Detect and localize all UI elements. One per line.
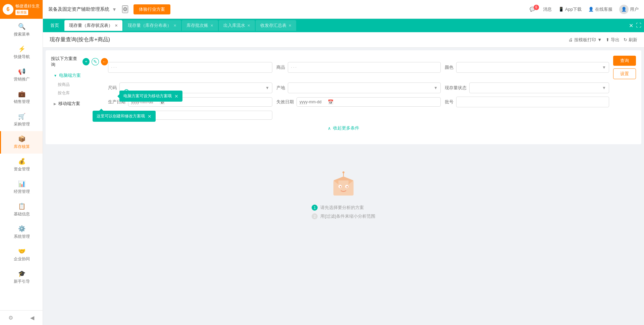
sidebar-item-system[interactable]: ⚙️ 系统管理 <box>0 221 43 243</box>
tab-home-label: 首页 <box>50 22 59 29</box>
svg-point-3 <box>340 186 341 187</box>
marketing-icon: 📢 <box>18 68 25 75</box>
message-btn[interactable]: 💬 6 消息 <box>530 6 552 12</box>
settings-bottom-btn[interactable]: ⚙ <box>7 313 14 322</box>
tab-inventory-dist[interactable]: 现存量（库存分布表） ✕ <box>123 20 181 31</box>
refresh-label: 刷新 <box>629 37 637 43</box>
edit-scheme-btn[interactable]: ✎ <box>92 58 99 65</box>
user-avatar: 👤 <box>619 5 629 14</box>
sidebar-bottom: ⚙ ◀ <box>0 310 43 325</box>
tab-close-all-icon[interactable]: ✕ <box>629 22 633 29</box>
sidebar-item-enterprise[interactable]: 🤝 企业协同 <box>0 243 43 266</box>
settings-button[interactable]: ⚙ <box>122 5 128 13</box>
user-name: 用户 <box>630 6 639 12</box>
service-icon: 👤 <box>588 7 594 12</box>
origin-input[interactable]: ▼ <box>288 83 441 93</box>
sidebar: 6 畅捷通好生意 标准版 🔍 搜索菜单 ⚡ 快捷导航 📢 营销推广 💼 销售管理… <box>0 0 43 325</box>
print-btn[interactable]: 🖨 按模板打印 ▼ <box>569 37 602 43</box>
logo-name: 畅捷通好生意 <box>15 4 40 9</box>
sidebar-item-inventory[interactable]: 📦 库存核算 <box>0 131 43 154</box>
inventory-icon: 📦 <box>18 135 25 143</box>
origin-label: 产地 <box>276 85 285 91</box>
message-label: 消息 <box>543 6 552 12</box>
tab-inout[interactable]: 出入库流水 ✕ <box>219 20 255 31</box>
tab-batch-label: 库存批次账 <box>186 22 208 29</box>
sidebar-item-purchase[interactable]: 🛒 采购管理 <box>0 109 43 131</box>
collapse-btn[interactable]: ∧ 收起更多条件 <box>51 122 636 134</box>
tab-batch[interactable]: 库存批次账 ✕ <box>182 20 218 31</box>
phone-icon: 📱 <box>558 7 564 12</box>
tab-expand-icon[interactable]: ⛶ <box>636 22 641 29</box>
content-area: 现存量查询(按仓库+商品) 🖨 按模板打印 ▼ ⬆ 导出 ↻ 刷新 <box>43 32 644 325</box>
tab-batch-close[interactable]: ✕ <box>210 23 213 28</box>
tab-delivery-label: 收发存汇总表 <box>260 22 286 29</box>
reset-btn[interactable]: 设置 <box>613 68 636 79</box>
finance-icon: 💰 <box>18 158 25 165</box>
tab-delivery[interactable]: 收发存汇总表 ✕ <box>256 20 296 31</box>
sidebar-item-finance-label: 资金管理 <box>14 166 30 172</box>
warehouse-dots[interactable]: ··· <box>111 64 117 70</box>
sidebar-item-basic-label: 基础信息 <box>14 211 30 217</box>
stock-status-arrow: ▼ <box>602 86 606 90</box>
expiry-date-input[interactable]: 📅 <box>297 97 441 107</box>
pc-scheme-item[interactable]: ▼ 电脑端方案 <box>51 71 108 80</box>
tab-home[interactable]: 首页 <box>46 20 64 31</box>
mobile-scheme-label: 移动端方案 <box>58 101 80 107</box>
tooltip-pc-close[interactable]: ✕ <box>174 94 178 99</box>
goods-label: 商品 <box>276 64 285 70</box>
refresh-icon: ↻ <box>624 37 627 42</box>
goods-input[interactable]: ··· <box>288 62 441 73</box>
sidebar-item-newbie[interactable]: 🎓 新手引导 <box>0 266 43 288</box>
scheme-list: ▼ 电脑端方案 按商品 按仓库 ▶ 移动端方案 <box>51 71 108 108</box>
tab-delivery-close[interactable]: ✕ <box>288 23 291 28</box>
system-icon: ⚙️ <box>18 225 25 232</box>
filter-fields: ··· 商品 ··· 颜色 <box>108 56 636 120</box>
goods-dots[interactable]: ··· <box>291 64 297 70</box>
sidebar-item-finance[interactable]: 💰 资金管理 <box>0 154 43 176</box>
tooltip-scheme-close[interactable]: ✕ <box>148 114 152 119</box>
sidebar-item-quicknav[interactable]: ⚡ 快捷导航 <box>0 41 43 64</box>
tab-inventory-status[interactable]: 现存量（库存状况表） ✕ <box>64 20 122 31</box>
sidebar-item-sales[interactable]: 💼 销售管理 <box>0 86 43 109</box>
stock-main-input[interactable]: — <box>137 111 272 120</box>
back-btn[interactable]: ← <box>101 58 108 65</box>
search-btn[interactable]: 查询 <box>613 56 636 66</box>
batch-input[interactable] <box>456 97 609 107</box>
trial-button[interactable]: 体验行业方案 <box>133 4 170 14</box>
app-download-btn[interactable]: 📱 App下载 <box>558 6 582 12</box>
sidebar-item-operations[interactable]: 📊 经营管理 <box>0 176 43 199</box>
expiry-date-from[interactable] <box>300 100 326 104</box>
sidebar-item-search[interactable]: 🔍 搜索菜单 <box>0 19 43 41</box>
color-input[interactable]: ▼ <box>456 62 609 73</box>
logo-area: 6 畅捷通好生意 标准版 <box>0 0 43 19</box>
tab-inventory-dist-label: 现存量（库存分布表） <box>128 22 171 29</box>
online-service-btn[interactable]: 👤 在线客服 <box>588 6 612 12</box>
empty-step-2: 2 用[过滤]条件来缩小分析范围 <box>312 213 375 219</box>
sidebar-item-basic[interactable]: 📋 基础信息 <box>0 199 43 221</box>
export-btn[interactable]: ⬆ 导出 <box>606 37 620 43</box>
expiry-date-cal-icon[interactable]: 📅 <box>328 99 333 105</box>
scheme-panel: 按以下方案查询 + ✎ ← ▼ 电脑端方案 按商品 按仓库 ▶ <box>51 56 108 108</box>
tab-inventory-status-close[interactable]: ✕ <box>115 23 118 28</box>
tab-inout-close[interactable]: ✕ <box>247 23 250 28</box>
sidebar-item-search-label: 搜索菜单 <box>14 32 30 37</box>
sidebar-item-marketing[interactable]: 📢 营销推广 <box>0 64 43 86</box>
system-title: 装备及固定资产辅助管理系统 ▼ <box>48 6 117 12</box>
refresh-btn[interactable]: ↻ 刷新 <box>624 37 637 43</box>
warehouse-input[interactable]: ··· <box>108 62 272 73</box>
sidebar-item-quicknav-label: 快捷导航 <box>14 54 30 60</box>
tab-inventory-dist-close[interactable]: ✕ <box>173 23 176 28</box>
collapse-sidebar-btn[interactable]: ◀ <box>29 313 36 322</box>
empty-illustration <box>327 167 360 201</box>
newbie-icon: 🎓 <box>18 270 25 277</box>
stock-status-input[interactable]: ▼ <box>469 83 609 93</box>
add-scheme-btn[interactable]: + <box>83 58 90 65</box>
sales-icon: 💼 <box>18 90 25 98</box>
user-area[interactable]: 👤 用户 <box>619 5 639 14</box>
svg-point-4 <box>346 186 348 187</box>
tab-bar-right: ✕ ⛶ <box>629 22 641 29</box>
origin-field: 产地 ▼ <box>276 83 441 93</box>
basic-icon: 📋 <box>18 203 25 210</box>
export-icon: ⬆ <box>606 37 609 42</box>
step-1-text: 请先选择要分析的方案 <box>320 205 364 211</box>
